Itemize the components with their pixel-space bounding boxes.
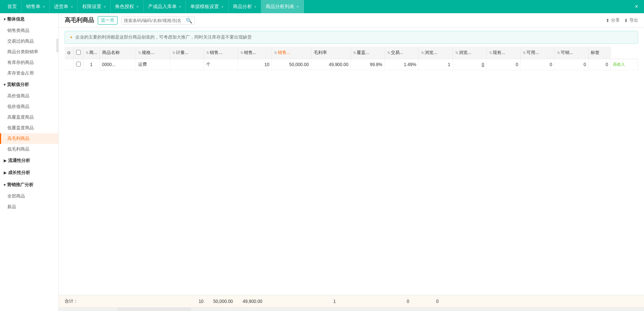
content-header: 高毛利商品 近一月 🔍 ⬆ 分享 ⬇ 导出 bbox=[59, 13, 644, 28]
period-button[interactable]: 近一月 bbox=[98, 16, 118, 25]
nav-tab-purchase[interactable]: 进货单 × bbox=[50, 0, 78, 13]
col-coverage-header[interactable]: ⇅覆盖... bbox=[351, 47, 385, 59]
row-unit: 个 bbox=[204, 59, 238, 70]
close-tab-role[interactable]: × bbox=[136, 4, 138, 9]
nav-tab-sales[interactable]: 销售单 × bbox=[22, 0, 50, 13]
sidebar-item-low-value[interactable]: 低价值商品 bbox=[0, 101, 58, 112]
sidebar-item-high-margin[interactable]: 高毛利商品 bbox=[0, 133, 58, 144]
sidebar-item-high-coverage[interactable]: 高覆盖度商品 bbox=[0, 112, 58, 123]
row-views1[interactable]: 0 bbox=[453, 59, 486, 70]
col-settings[interactable]: ⚙ bbox=[65, 47, 73, 59]
sidebar: ▾ 整体信息 销售类商品 交易过的商品 商品分类助销率 有库存的商品 库存资金占… bbox=[0, 13, 59, 311]
sidebar-section-growth[interactable]: ▶ 成长性分析 bbox=[0, 167, 58, 179]
page-title: 高毛利商品 bbox=[65, 17, 94, 24]
row-sellable: 0 bbox=[589, 59, 611, 70]
row-name: 运费 bbox=[136, 59, 170, 70]
row-gross-margin: 99.8% bbox=[351, 59, 385, 70]
col-sales-qty-header[interactable]: ⇅销售... bbox=[204, 47, 238, 59]
scrollbar-track[interactable] bbox=[118, 308, 191, 311]
nav-tab-home[interactable]: 首页 bbox=[3, 0, 22, 13]
sidebar-item-category-rate[interactable]: 商品分类助销率 bbox=[0, 47, 58, 57]
export-icon: ⬇ bbox=[624, 18, 628, 23]
close-tab-sales[interactable]: × bbox=[43, 4, 45, 9]
row-select-checkbox[interactable] bbox=[76, 62, 81, 66]
sidebar-collapse-button[interactable]: 《 bbox=[57, 39, 59, 52]
col-current-stock-header[interactable]: ⇅现有... bbox=[487, 47, 521, 59]
sidebar-section-flow[interactable]: ▶ 流通性分析 bbox=[0, 155, 58, 167]
sidebar-item-new-goods[interactable]: 新品 bbox=[0, 202, 58, 212]
content-area: 高毛利商品 近一月 🔍 ⬆ 分享 ⬇ 导出 ✦ 企业的主要的利润都是这部分商品创… bbox=[59, 13, 644, 311]
col-spec-header[interactable]: ⇅规格... bbox=[136, 47, 170, 59]
select-all-checkbox[interactable] bbox=[76, 50, 81, 55]
close-tab-permission[interactable]: × bbox=[104, 4, 106, 9]
col-available-stock-header[interactable]: ⇅可用... bbox=[521, 47, 554, 59]
table-row: 1 0000... 运费 个 10 50,000.00 49,900.00 99… bbox=[65, 59, 638, 70]
row-tag: 高收入 bbox=[611, 59, 638, 70]
row-index: 1 bbox=[83, 59, 100, 70]
col-checkbox[interactable] bbox=[73, 47, 83, 59]
close-tab-template[interactable]: × bbox=[221, 4, 223, 9]
close-tab-analysis-list[interactable]: × bbox=[296, 4, 299, 9]
arrow-growth: ▶ bbox=[4, 171, 7, 175]
arrow-overall: ▾ bbox=[4, 17, 6, 21]
sidebar-item-low-margin[interactable]: 低毛利商品 bbox=[0, 144, 58, 155]
row-sales-profit: 49,900.00 bbox=[311, 59, 351, 70]
row-settings bbox=[65, 59, 73, 70]
close-all-tabs[interactable]: × bbox=[632, 3, 641, 10]
col-views1-header[interactable]: ⇅浏览... bbox=[419, 47, 453, 59]
summary-available-stock: 0 bbox=[411, 299, 441, 304]
row-views2: 0 bbox=[487, 59, 521, 70]
summary-sales-amount: 50,000.00 bbox=[206, 299, 235, 304]
sidebar-section-overall[interactable]: ▾ 整体信息 bbox=[0, 13, 58, 25]
sidebar-item-sales-goods[interactable]: 销售类商品 bbox=[0, 25, 58, 36]
close-tab-purchase[interactable]: × bbox=[71, 4, 73, 9]
sidebar-item-high-value[interactable]: 高价值商品 bbox=[0, 91, 58, 101]
info-icon: ✦ bbox=[69, 35, 73, 40]
search-icon[interactable]: 🔍 bbox=[186, 18, 192, 23]
arrow-flow: ▶ bbox=[4, 159, 7, 163]
col-sales-profit-header[interactable]: ⇅销售... bbox=[272, 47, 312, 59]
sidebar-item-all-goods[interactable]: 全部商品 bbox=[0, 191, 58, 202]
nav-tab-finished[interactable]: 产成品入库单 × bbox=[144, 0, 186, 13]
nav-tab-role[interactable]: 角色授权 × bbox=[111, 0, 143, 13]
row-checkbox[interactable] bbox=[73, 59, 83, 70]
col-margin-header: 毛利率 bbox=[311, 47, 351, 59]
summary-bar: 合计： 10 50,000.00 49,900.00 1 0 0 bbox=[59, 295, 644, 307]
header-actions: ⬆ 分享 ⬇ 导出 bbox=[606, 17, 638, 23]
sidebar-item-low-coverage[interactable]: 低覆盖度商品 bbox=[0, 123, 58, 133]
col-code-header[interactable]: ⇅商... bbox=[83, 47, 100, 59]
share-icon: ⬆ bbox=[606, 18, 609, 23]
nav-tab-analysis[interactable]: 商品分析 × bbox=[229, 0, 261, 13]
nav-tab-template[interactable]: 单据模板设置 × bbox=[186, 0, 228, 13]
col-views2-header[interactable]: ⇅浏览... bbox=[453, 47, 486, 59]
row-sales-amount: 50,000.00 bbox=[272, 59, 312, 70]
close-tab-finished[interactable]: × bbox=[179, 4, 181, 9]
row-current-stock: 0 bbox=[521, 59, 554, 70]
sidebar-item-traded-goods[interactable]: 交易过的商品 bbox=[0, 36, 58, 47]
summary-label: 合计： bbox=[65, 298, 78, 304]
info-banner: ✦ 企业的主要的利润都是这部分商品创造的，可考虑加大推广，同时关注库存是不要出现… bbox=[65, 31, 638, 44]
summary-current-stock: 0 bbox=[382, 299, 411, 304]
sidebar-item-instock[interactable]: 有库存的商品 bbox=[0, 57, 58, 68]
sidebar-section-contribution[interactable]: ▾ 贡献值分析 bbox=[0, 79, 58, 91]
search-box: 🔍 bbox=[121, 17, 195, 25]
col-transaction-header[interactable]: ⇅交易... bbox=[385, 47, 418, 59]
search-input[interactable] bbox=[124, 18, 186, 23]
row-sales-qty: 10 bbox=[238, 59, 271, 70]
col-sales-amount-header[interactable]: ⇅销售... bbox=[238, 47, 271, 59]
sidebar-item-stock-capital[interactable]: 库存资金占用 bbox=[0, 68, 58, 79]
arrow-marketing: ▾ bbox=[4, 183, 6, 187]
nav-tab-analysis-list[interactable]: 商品分析列表 × bbox=[261, 0, 303, 13]
sidebar-section-marketing[interactable]: ▾ 营销推广分析 bbox=[0, 179, 58, 191]
row-available-stock: 0 bbox=[554, 59, 588, 70]
nav-tab-permission[interactable]: 权限设置 × bbox=[78, 0, 111, 13]
col-sellable-header[interactable]: ⇅可销... bbox=[554, 47, 588, 59]
close-tab-analysis[interactable]: × bbox=[254, 4, 256, 9]
bottom-scrollbar[interactable] bbox=[59, 307, 644, 311]
share-button[interactable]: ⬆ 分享 bbox=[606, 17, 620, 23]
row-transaction: 1 bbox=[419, 59, 453, 70]
row-spec bbox=[170, 59, 204, 70]
arrow-contribution: ▾ bbox=[4, 83, 6, 87]
col-unit-header[interactable]: ⇅计量... bbox=[170, 47, 204, 59]
export-button[interactable]: ⬇ 导出 bbox=[624, 17, 638, 23]
